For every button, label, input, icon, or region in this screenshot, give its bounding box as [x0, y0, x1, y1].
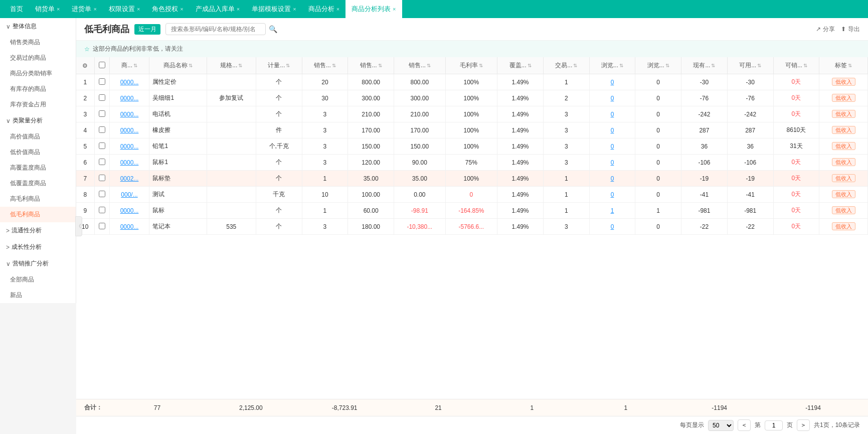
col-name[interactable]: 商品名称⇅: [149, 57, 207, 74]
sort-icon-available-stock[interactable]: ⇅: [757, 63, 761, 68]
sidebar-collapse-button[interactable]: 《: [75, 216, 82, 236]
nav-item-purchase[interactable]: 进货单 ×: [66, 0, 102, 18]
sort-icon-coverage[interactable]: ⇅: [528, 63, 532, 68]
nav-close-goods-analysis-list[interactable]: ×: [393, 6, 396, 12]
sidebar-item-high-value[interactable]: 高价值商品: [0, 129, 76, 144]
sidebar-item-all-goods[interactable]: 全部商品: [0, 272, 76, 287]
sidebar-item-sales-goods[interactable]: 销售类商品: [0, 35, 76, 50]
cell-checkbox[interactable]: [94, 74, 109, 90]
cell-view1[interactable]: 0: [589, 155, 635, 171]
nav-close-goods-analysis[interactable]: ×: [336, 6, 339, 12]
row-checkbox-9[interactable]: [99, 223, 105, 229]
col-current-stock[interactable]: 现有...⇅: [681, 57, 728, 74]
nav-close-permission[interactable]: ×: [137, 6, 140, 12]
sidebar-group-cluster[interactable]: ∨ 类聚量分析: [0, 112, 76, 129]
prev-page-button[interactable]: ＜: [738, 419, 751, 431]
cell-checkbox[interactable]: [94, 106, 109, 122]
sort-icon-sale-price[interactable]: ⇅: [378, 63, 382, 68]
nav-item-home[interactable]: 首页: [4, 0, 29, 18]
cell-view1[interactable]: 0: [589, 171, 635, 187]
sort-icon-sale-count[interactable]: ⇅: [332, 63, 336, 68]
cell-view1[interactable]: 0: [589, 106, 635, 122]
row-checkbox-2[interactable]: [99, 110, 105, 117]
sidebar-item-high-coverage[interactable]: 高覆盖度商品: [0, 160, 76, 176]
cell-view1[interactable]: 0: [589, 90, 635, 106]
sort-icon-name[interactable]: ⇅: [189, 63, 193, 68]
sort-icon-spec[interactable]: ⇅: [238, 63, 242, 68]
nav-item-permission[interactable]: 权限设置 ×: [103, 0, 146, 18]
nav-item-role[interactable]: 角色授权 ×: [146, 0, 189, 18]
row-checkbox-4[interactable]: [99, 142, 105, 149]
sidebar-item-category-assist[interactable]: 商品分类助销率: [0, 66, 76, 81]
cell-view1[interactable]: 0: [589, 74, 635, 90]
col-sale-count[interactable]: 销售...⇅: [302, 57, 348, 74]
col-trade[interactable]: 交易...⇅: [543, 57, 589, 74]
col-gross-margin[interactable]: 毛利率⇅: [445, 57, 497, 74]
page-number-input[interactable]: [765, 420, 783, 430]
col-view2[interactable]: 浏览...⇅: [635, 57, 681, 74]
col-unit[interactable]: 计量...⇅: [256, 57, 302, 74]
nav-item-product-in[interactable]: 产成品入库单 ×: [190, 0, 246, 18]
sidebar-item-low-margin[interactable]: 低毛利商品: [0, 207, 76, 222]
col-checkbox[interactable]: [94, 57, 109, 74]
sort-icon-code[interactable]: ⇅: [133, 63, 137, 68]
cell-checkbox[interactable]: [94, 90, 109, 106]
col-tag[interactable]: 标签⇅: [819, 57, 868, 74]
row-checkbox-8[interactable]: [99, 207, 105, 213]
sort-icon-tag[interactable]: ⇅: [848, 63, 852, 68]
sidebar-item-low-value[interactable]: 低价值商品: [0, 144, 76, 160]
sort-icon-view1[interactable]: ⇅: [619, 63, 623, 68]
col-sale-price[interactable]: 销售...⇅: [348, 57, 394, 74]
sidebar-item-high-margin[interactable]: 高毛利商品: [0, 191, 76, 207]
cell-checkbox[interactable]: [94, 138, 109, 155]
select-all-checkbox[interactable]: [99, 62, 105, 68]
cell-checkbox[interactable]: [94, 171, 109, 187]
cell-view1[interactable]: 0: [589, 219, 635, 235]
nav-close-template[interactable]: ×: [293, 6, 296, 12]
cell-checkbox[interactable]: [94, 122, 109, 138]
col-available-stock[interactable]: 可用...⇅: [727, 57, 773, 74]
row-checkbox-6[interactable]: [99, 175, 105, 181]
row-checkbox-1[interactable]: [99, 94, 105, 101]
sidebar-group-marketing[interactable]: ∨ 营销推广分析: [0, 255, 76, 272]
row-checkbox-7[interactable]: [99, 191, 105, 197]
cell-view1[interactable]: 1: [589, 203, 635, 219]
sort-icon-current-stock[interactable]: ⇅: [711, 63, 715, 68]
nav-close-role[interactable]: ×: [180, 6, 183, 12]
cell-view1[interactable]: 0: [589, 138, 635, 155]
row-checkbox-5[interactable]: [99, 159, 105, 165]
sort-icon-saleable-days[interactable]: ⇅: [803, 63, 807, 68]
col-settings[interactable]: ⚙: [76, 57, 94, 74]
cell-view1[interactable]: 0: [589, 122, 635, 138]
per-page-select[interactable]: 50 100: [708, 420, 734, 431]
sidebar-item-stock-fund[interactable]: 库存资金占用: [0, 97, 76, 112]
next-page-button[interactable]: ＞: [797, 419, 810, 431]
sort-icon-unit[interactable]: ⇅: [286, 63, 290, 68]
cell-checkbox[interactable]: [94, 203, 109, 219]
settings-icon[interactable]: ⚙: [82, 62, 88, 69]
sidebar-item-stock-goods[interactable]: 有库存的商品: [0, 81, 76, 97]
cell-view1[interactable]: 0: [589, 187, 635, 203]
sort-icon-gross-margin[interactable]: ⇅: [479, 63, 483, 68]
col-code[interactable]: 商...⇅: [109, 57, 149, 74]
cell-checkbox[interactable]: [94, 219, 109, 235]
sort-icon-trade[interactable]: ⇅: [573, 63, 577, 68]
cell-checkbox[interactable]: [94, 187, 109, 203]
nav-item-goods-analysis-list[interactable]: 商品分析列表 ×: [345, 0, 402, 18]
nav-item-goods-analysis[interactable]: 商品分析 ×: [302, 0, 345, 18]
time-badge[interactable]: 近一月: [134, 24, 160, 35]
row-checkbox-0[interactable]: [99, 78, 105, 85]
sidebar-item-low-coverage[interactable]: 低覆盖度商品: [0, 176, 76, 191]
nav-item-sales[interactable]: 销货单 ×: [29, 0, 66, 18]
sidebar-group-overview[interactable]: ∨ 整体信息: [0, 18, 76, 35]
nav-item-template[interactable]: 单据模板设置 ×: [246, 0, 302, 18]
sidebar-group-circulation[interactable]: > 流通性分析: [0, 222, 76, 239]
share-button[interactable]: ↗ 分享: [816, 25, 835, 34]
nav-close-sales[interactable]: ×: [57, 6, 60, 12]
nav-close-purchase[interactable]: ×: [93, 6, 96, 12]
export-button[interactable]: ⬆ 导出: [841, 25, 860, 34]
col-sale-profit[interactable]: 销售...⇅: [394, 57, 446, 74]
sort-icon-view2[interactable]: ⇅: [665, 63, 669, 68]
nav-close-product-in[interactable]: ×: [237, 6, 240, 12]
search-input[interactable]: [165, 23, 266, 35]
